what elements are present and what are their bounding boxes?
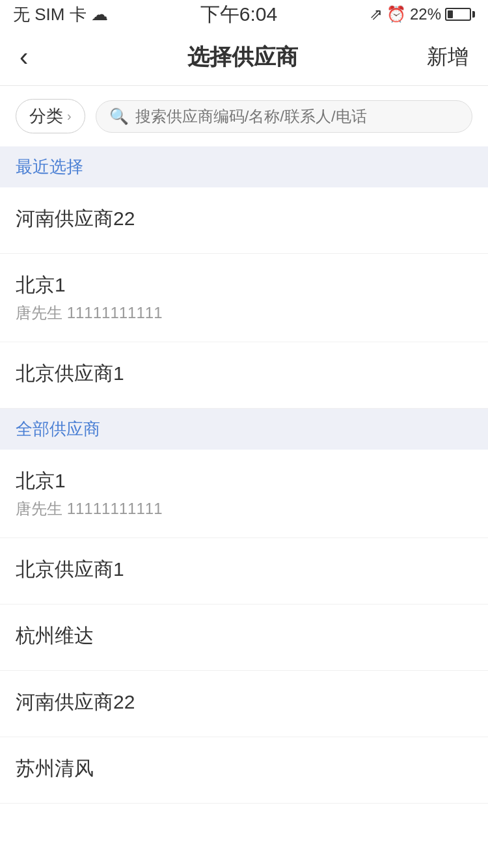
- back-button[interactable]: ‹: [20, 42, 59, 72]
- list-item[interactable]: 杭州维达: [0, 604, 488, 671]
- status-left: 无 SIM 卡 ☁: [13, 3, 108, 26]
- supplier-name: 北京1: [16, 468, 472, 495]
- status-time: 下午6:04: [200, 1, 277, 28]
- status-bar: 无 SIM 卡 ☁ 下午6:04 ⇗ ⏰ 22%: [0, 0, 488, 29]
- sim-status: 无 SIM 卡 ☁: [13, 3, 108, 26]
- supplier-name: 北京供应商1: [16, 556, 472, 583]
- supplier-contact: 唐先生 11111111111: [16, 498, 472, 519]
- category-label: 分类: [29, 105, 63, 128]
- page-title: 选择供应商: [187, 42, 298, 72]
- supplier-name: 杭州维达: [16, 623, 472, 649]
- battery-percent: 22%: [410, 5, 441, 23]
- category-filter[interactable]: 分类 ›: [16, 99, 85, 133]
- search-icon: 🔍: [109, 107, 129, 126]
- supplier-name: 河南供应商22: [16, 206, 472, 232]
- supplier-name: 北京供应商1: [16, 360, 472, 387]
- search-input[interactable]: [135, 107, 459, 126]
- section-header-all: 全部供应商: [0, 409, 488, 450]
- supplier-name: 苏州清风: [16, 755, 472, 782]
- list-item[interactable]: 北京1唐先生 11111111111: [0, 254, 488, 342]
- supplier-name: 北京1: [16, 272, 472, 299]
- supplier-list: 最近选择河南供应商22北京1唐先生 11111111111北京供应商1全部供应商…: [0, 146, 488, 804]
- list-item[interactable]: 苏州清风: [0, 737, 488, 804]
- alarm-icon: ⏰: [386, 5, 406, 23]
- filter-row: 分类 › 🔍: [0, 86, 488, 146]
- chevron-right-icon: ›: [67, 109, 72, 124]
- list-item[interactable]: 北京供应商1: [0, 538, 488, 604]
- battery-indicator: [445, 8, 475, 21]
- supplier-name: 河南供应商22: [16, 689, 472, 716]
- status-right: ⇗ ⏰ 22%: [370, 5, 475, 23]
- list-item[interactable]: 河南供应商22: [0, 187, 488, 254]
- list-item[interactable]: 河南供应商22: [0, 671, 488, 737]
- supplier-contact: 唐先生 11111111111: [16, 303, 472, 323]
- search-box[interactable]: 🔍: [96, 100, 472, 133]
- section-header-recent: 最近选择: [0, 146, 488, 187]
- list-item[interactable]: 北京供应商1: [0, 342, 488, 409]
- location-icon: ⇗: [370, 5, 383, 23]
- add-button[interactable]: 新增: [427, 43, 468, 72]
- list-item[interactable]: 北京1唐先生 11111111111: [0, 450, 488, 538]
- nav-bar: ‹ 选择供应商 新增: [0, 29, 488, 86]
